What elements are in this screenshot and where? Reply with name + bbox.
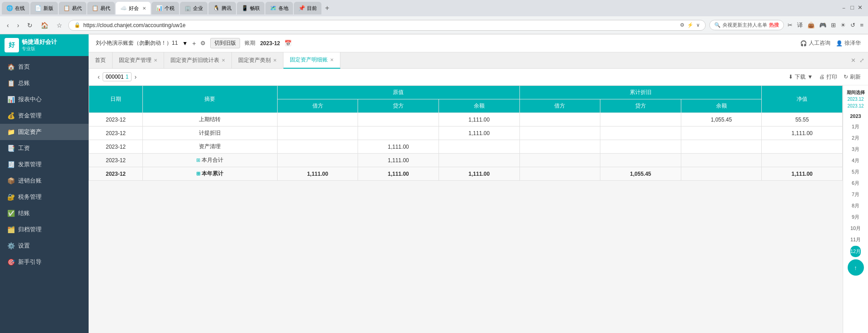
period-month-9[interactable]: 9月 xyxy=(843,211,868,223)
nav-arrows: ‹ 000001 1 › xyxy=(96,72,138,81)
table-row: 2023-12 计提折旧 1,111.00 1,111.00 xyxy=(89,127,843,140)
sidebar-item-purchase-sale[interactable]: 📦 进销台账 xyxy=(0,173,89,189)
sidebar-item-fixed-assets[interactable]: 📁 固定资产 xyxy=(0,124,89,140)
row1-acc-balance: 1,055.45 xyxy=(681,113,762,127)
sidebar-item-settings[interactable]: ⚙️ 设置 xyxy=(0,238,89,254)
tab-close-asset-category[interactable]: ✕ xyxy=(273,58,277,63)
prev-page-btn[interactable]: ‹ xyxy=(96,72,102,81)
tab-close-asset-ledger[interactable]: ✕ xyxy=(330,57,334,62)
sidebar-item-funds[interactable]: 💰 资金管理 xyxy=(0,108,89,124)
print-btn[interactable]: 🖨 打印 xyxy=(819,73,837,81)
browser-tab-10[interactable]: 🗺️ 各地 xyxy=(265,2,293,14)
row4-date: 2023-12 xyxy=(89,154,143,167)
sidebar-item-guide[interactable]: 🎯 新手引导 xyxy=(0,254,89,270)
search-bar[interactable]: 🔍 央视更新主持人名单 热搜 xyxy=(709,20,784,30)
download-btn[interactable]: ⬇ 下载 ▼ xyxy=(788,73,813,81)
new-tab-button[interactable]: + xyxy=(322,4,332,12)
tab-asset-category[interactable]: 固定资产类别 ✕ xyxy=(232,52,283,69)
tab-fixed-asset-management[interactable]: 固定资产管理 ✕ xyxy=(113,52,164,69)
browser-tab-6[interactable]: 📊 个税 xyxy=(151,2,179,14)
refresh-btn[interactable]: ↻ 刷新 xyxy=(844,73,861,81)
period-month-8[interactable]: 8月 xyxy=(843,200,868,211)
account-dropdown[interactable]: ▼ xyxy=(182,40,188,47)
sidebar-item-invoice[interactable]: 🧾 发票管理 xyxy=(0,156,89,173)
settings-icon: ⚙️ xyxy=(7,242,14,249)
translate-icon[interactable]: 译 xyxy=(797,21,803,29)
tab-close-fixed-asset-management[interactable]: ✕ xyxy=(154,58,157,63)
tab-home[interactable]: 首页 xyxy=(89,52,113,69)
switch-version-btn[interactable]: 切到旧版 xyxy=(210,38,240,48)
scissors-icon[interactable]: ✂ xyxy=(788,22,793,28)
back-button[interactable]: ‹ xyxy=(5,21,11,30)
sidebar-item-ledger[interactable]: 📋 总账 xyxy=(0,75,89,91)
browser-tab-7[interactable]: 🏢 企业 xyxy=(180,2,208,14)
ai-consult-btn[interactable]: 🎧 人工咨询 xyxy=(800,39,830,47)
period-month-12[interactable]: 12月 xyxy=(850,246,861,257)
browser-tab-close[interactable]: ✕ xyxy=(142,6,146,11)
content-toolbar: ‹ 000001 1 › ⬇ 下载 ▼ 🖨 打印 ↻ xyxy=(89,69,868,85)
browser-tab-1[interactable]: 🌐 在线 xyxy=(2,2,29,14)
browser-toolbar-icons: ✂ 译 👜 🎮 ⊞ ☀ ↺ ≡ xyxy=(788,21,863,29)
scroll-up-btn[interactable]: ↑ xyxy=(848,259,864,276)
grid-icon[interactable]: ⊞ xyxy=(831,22,836,28)
side-panel: 期间选择 2023.12 2023.12 2023 1月 2月 3月 4月 5月… xyxy=(843,85,868,333)
game-icon[interactable]: 🎮 xyxy=(819,22,826,28)
sidebar-item-home[interactable]: 🏠 首页 xyxy=(0,59,89,75)
sidebar-item-close-accounts[interactable]: ✅ 结账 xyxy=(0,205,89,221)
reload-button[interactable]: ↻ xyxy=(25,21,35,30)
tab-asset-ledger[interactable]: 固定资产明细账 ✕ xyxy=(283,52,340,69)
period-month-7[interactable]: 7月 xyxy=(843,189,868,200)
add-account-btn[interactable]: + xyxy=(192,40,196,47)
history-icon[interactable]: ↺ xyxy=(850,22,855,28)
sidebar-item-archive[interactable]: 🗂️ 归档管理 xyxy=(0,221,89,238)
period-month-11[interactable]: 11月 xyxy=(843,234,868,245)
sidebar-item-salary[interactable]: 📑 工资 xyxy=(0,140,89,156)
expand-btn[interactable]: ⤢ xyxy=(859,57,864,64)
account-name: 刘小艳演示账套（勿删勿动！）11 xyxy=(96,39,178,47)
report-icon: 📊 xyxy=(7,96,14,103)
bookmark-button[interactable]: ☆ xyxy=(54,21,65,30)
menu-icon[interactable]: ≡ xyxy=(860,22,863,28)
collapse-btn[interactable]: ✕ xyxy=(851,57,856,64)
period-month-10[interactable]: 10月 xyxy=(843,223,868,234)
sidebar-item-tax[interactable]: 🔐 税务管理 xyxy=(0,189,89,205)
period-month-5[interactable]: 5月 xyxy=(843,166,868,178)
sidebar-item-report[interactable]: 📊 报表中心 xyxy=(0,91,89,108)
wallet-icon[interactable]: 👜 xyxy=(807,22,815,28)
browser-tab-8[interactable]: 🐧 腾讯 xyxy=(208,2,236,14)
next-page-btn[interactable]: › xyxy=(132,72,138,81)
url-bar[interactable]: 🔒 https://cloud.chanjet.com/accounting/u… xyxy=(68,20,706,31)
browser-tab-4[interactable]: 📋 易代 xyxy=(87,2,115,14)
browser-tab-2[interactable]: 📄 新版 xyxy=(30,2,58,14)
period-calendar-icon[interactable]: 📅 xyxy=(284,40,292,47)
period-month-3[interactable]: 3月 xyxy=(843,144,868,155)
row2-orig-balance: 1,111.00 xyxy=(439,127,519,140)
period-year[interactable]: 2023 xyxy=(843,111,868,121)
minimize-btn[interactable]: － xyxy=(841,4,847,12)
browser-tab-11[interactable]: 📌 目前 xyxy=(294,2,321,14)
header-acc-credit: 贷方 xyxy=(600,99,681,113)
home-button[interactable]: 🏠 xyxy=(38,21,51,30)
period-month-2[interactable]: 2月 xyxy=(843,132,868,144)
tab-depreciation-statistics[interactable]: 固定资产折旧统计表 ✕ xyxy=(164,52,232,69)
close-btn[interactable]: ✕ xyxy=(858,4,863,12)
browser-tab-9[interactable]: 📱 畅联 xyxy=(237,2,264,14)
row1-orig-credit xyxy=(358,113,439,127)
browser-tab-3[interactable]: 📋 易代 xyxy=(59,2,86,14)
settings-gear[interactable]: ⚙ xyxy=(200,40,206,47)
maximize-btn[interactable]: □ xyxy=(850,4,854,12)
tab-close-depreciation-statistics[interactable]: ✕ xyxy=(222,58,225,63)
user-profile-btn[interactable]: 👤 徐泽华 xyxy=(836,39,861,47)
period-month-4[interactable]: 4月 xyxy=(843,155,868,166)
period-label: 账期 xyxy=(245,39,255,47)
period-month-1[interactable]: 1月 xyxy=(843,121,868,132)
archive-icon: 🗂️ xyxy=(7,226,14,233)
sun-icon[interactable]: ☀ xyxy=(840,22,846,28)
row2-acc-credit xyxy=(600,127,681,140)
header-summary: 摘要 xyxy=(143,86,278,113)
header-orig-debit: 借方 xyxy=(277,99,358,113)
period-month-6[interactable]: 6月 xyxy=(843,178,868,189)
forward-button[interactable]: › xyxy=(15,21,22,30)
browser-tab-5[interactable]: ☁️ 好会 ✕ xyxy=(116,2,151,14)
refresh-icon: ↻ xyxy=(844,74,848,80)
